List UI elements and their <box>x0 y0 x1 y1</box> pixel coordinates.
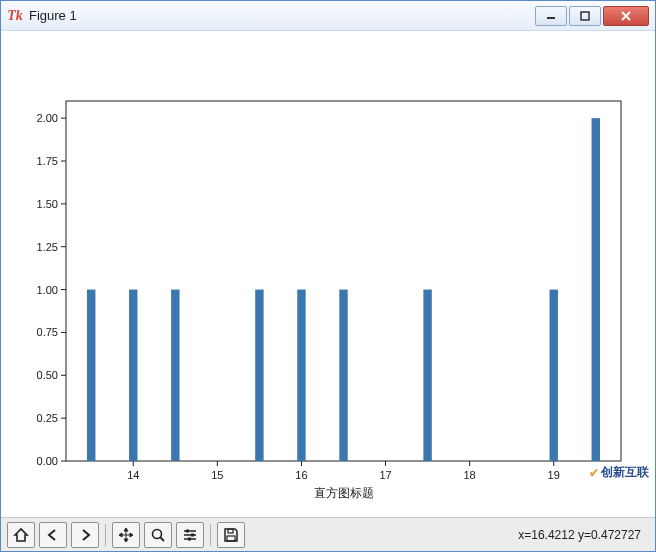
svg-rect-22 <box>186 529 189 532</box>
y-tick-label: 0.50 <box>37 369 58 381</box>
svg-line-2 <box>622 12 630 20</box>
maximize-icon <box>580 11 590 21</box>
svg-rect-26 <box>188 537 191 540</box>
close-icon <box>620 10 632 22</box>
brand-icon: ✔ <box>589 466 599 480</box>
x-axis-label: 直方图标题 <box>314 486 374 500</box>
y-tick-label: 1.25 <box>37 241 58 253</box>
save-button[interactable] <box>217 522 245 548</box>
tk-icon: Tk <box>7 8 23 24</box>
titlebar: Tk Figure 1 <box>1 1 655 31</box>
bar <box>550 290 558 461</box>
bar <box>339 290 347 461</box>
nav-toolbar: x=16.4212 y=0.472727 <box>1 517 655 551</box>
save-icon <box>223 527 239 543</box>
bar <box>87 290 95 461</box>
x-tick-label: 19 <box>548 469 560 481</box>
configure-button[interactable] <box>176 522 204 548</box>
y-tick-label: 0.25 <box>37 412 58 424</box>
svg-point-19 <box>153 529 162 538</box>
svg-rect-24 <box>191 533 194 536</box>
pan-button[interactable] <box>112 522 140 548</box>
bar <box>423 290 431 461</box>
y-tick-label: 0.75 <box>37 326 58 338</box>
move-icon <box>118 527 134 543</box>
brand-watermark: ✔ 创新互联 <box>583 462 655 483</box>
svg-rect-27 <box>228 529 233 533</box>
back-button[interactable] <box>39 522 67 548</box>
y-tick-label: 1.75 <box>37 155 58 167</box>
y-tick-label: 1.00 <box>37 284 58 296</box>
x-tick-label: 18 <box>464 469 476 481</box>
zoom-icon <box>150 527 166 543</box>
x-tick-label: 14 <box>127 469 139 481</box>
minimize-icon <box>546 11 556 21</box>
window-title: Figure 1 <box>29 8 527 23</box>
forward-button[interactable] <box>71 522 99 548</box>
home-icon <box>13 527 29 543</box>
svg-line-3 <box>622 12 630 20</box>
toolbar-separator <box>210 524 211 546</box>
bar <box>592 118 600 461</box>
window-buttons <box>533 6 649 26</box>
x-tick-label: 17 <box>379 469 391 481</box>
figure-window: Tk Figure 1 0.000.250.500.751.001.251.50… <box>0 0 656 552</box>
close-button[interactable] <box>603 6 649 26</box>
y-tick-label: 0.00 <box>37 455 58 467</box>
zoom-button[interactable] <box>144 522 172 548</box>
arrow-left-icon <box>45 527 61 543</box>
svg-line-20 <box>161 537 165 541</box>
home-button[interactable] <box>7 522 35 548</box>
bar <box>255 290 263 461</box>
sliders-icon <box>182 527 198 543</box>
toolbar-separator <box>105 524 106 546</box>
arrow-right-icon <box>77 527 93 543</box>
y-tick-label: 1.50 <box>37 198 58 210</box>
plot-canvas[interactable]: 0.000.250.500.751.001.251.501.752.001415… <box>1 31 655 517</box>
brand-text: 创新互联 <box>601 464 649 481</box>
y-tick-label: 2.00 <box>37 112 58 124</box>
x-tick-label: 15 <box>211 469 223 481</box>
cursor-coordinates: x=16.4212 y=0.472727 <box>518 528 649 542</box>
bar <box>129 290 137 461</box>
maximize-button[interactable] <box>569 6 601 26</box>
plot-svg: 0.000.250.500.751.001.251.501.752.001415… <box>1 31 655 517</box>
bar <box>171 290 179 461</box>
svg-rect-1 <box>581 12 589 20</box>
x-tick-label: 16 <box>295 469 307 481</box>
bar <box>297 290 305 461</box>
minimize-button[interactable] <box>535 6 567 26</box>
